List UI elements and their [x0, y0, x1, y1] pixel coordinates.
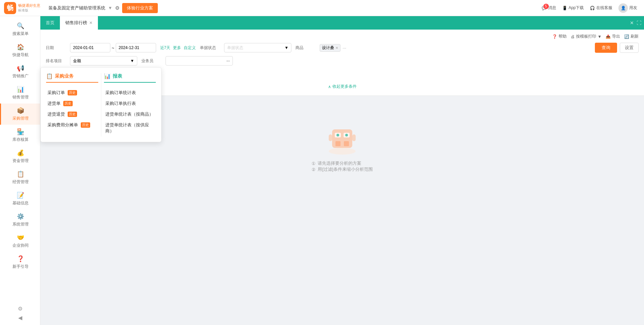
sidebar: 🔍 搜索菜单 🏠 快捷导航 📢 营销推广 📊 销售管理 📦 采购管理 🏪 库存核… [0, 16, 40, 325]
sidebar-label-capital: 资金管理 [12, 158, 29, 164]
mobile-icon: 📱 [562, 6, 567, 10]
sidebar-item-guide[interactable]: ❓ 新手引导 [0, 252, 40, 273]
query-button[interactable]: 查询 [595, 43, 617, 53]
menu-label-purchase-order-exec: 采购订单执行表 [105, 100, 136, 107]
tab-maximize-icon[interactable]: ⛶ [637, 20, 641, 26]
help-label: 帮助 [559, 34, 567, 39]
date-link-7days[interactable]: 近7天 [160, 45, 171, 51]
menu-label-goods-received: 进货单 [47, 100, 61, 107]
menu-item-purchase-order-exec[interactable]: 采购订单执行表 [104, 98, 156, 109]
svg-rect-1 [332, 129, 352, 148]
voucher-status-select[interactable]: 单据状态 ▼ [224, 43, 291, 52]
sidebar-item-capital[interactable]: 💰 资金管理 [0, 146, 40, 167]
user-area[interactable]: 👤 用友 [618, 3, 637, 13]
menu-item-goods-return[interactable]: 进货退货 历史 [46, 109, 98, 120]
system-title: 装备及固定资产辅助管理系统 [48, 5, 105, 11]
sidebar-item-system[interactable]: ⚙️ 系统管理 [0, 209, 40, 231]
app-download-item[interactable]: 📱 App下载 [562, 5, 584, 11]
sidebar-item-sales[interactable]: 📊 销售管理 [0, 82, 40, 104]
system-icon: ⚙️ [17, 213, 24, 220]
tab-home[interactable]: 首页 [40, 16, 60, 30]
logo-area: 畅 畅捷通好生意 标准版 [4, 2, 44, 14]
sidebar-label-quick-nav: 快捷导航 [12, 52, 29, 58]
sidebar-label-search: 搜索菜单 [12, 31, 29, 37]
filter-row-2: 排名项目 金额 ▼ 业务员 ··· [46, 56, 639, 66]
sidebar-label-purchase: 采购管理 [12, 116, 29, 121]
svg-rect-7 [344, 141, 349, 146]
svg-point-9 [345, 134, 348, 136]
system-dropdown-icon[interactable]: ▼ [108, 5, 112, 10]
tab-sales-ranking[interactable]: 销售排行榜 ✕ [60, 16, 98, 30]
tab-close-window-icon[interactable]: ✕ [630, 20, 634, 26]
date-link-more[interactable]: 更多 [173, 45, 181, 51]
empty-hint-1: 请先选择要分析的方案 [318, 160, 361, 166]
sidebar-item-search[interactable]: 🔍 搜索菜单 [0, 19, 40, 40]
date-end-input[interactable] [116, 43, 156, 52]
date-links: 近7天 更多 自定义 [160, 45, 196, 51]
refresh-button[interactable]: 🔄 刷新 [624, 34, 639, 39]
sidebar-label-guide: 新手引导 [12, 264, 29, 270]
tab-sales-ranking-label: 销售排行榜 [65, 20, 87, 26]
print-icon: 🖨 [571, 34, 575, 39]
menu-item-goods-by-product[interactable]: 进货单统计表（按商品） [104, 109, 156, 120]
app-download-label: App下载 [569, 5, 584, 11]
menu-item-purchase-order[interactable]: 采购订单 历史 [46, 87, 98, 98]
menu-item-purchase-expense[interactable]: 采购费用分摊单 历史 [46, 120, 98, 130]
tab-bar-right: ✕ ⛶ [630, 20, 644, 26]
logo-icon: 畅 [4, 2, 16, 14]
help-button[interactable]: ❓ 帮助 [552, 34, 567, 39]
product-tag-close[interactable]: ✕ [335, 46, 338, 50]
sidebar-settings-btn[interactable]: ⚙ [18, 306, 23, 312]
sidebar-item-corp[interactable]: 🤝 企业协同 [0, 231, 40, 252]
rank-dropdown-icon: ▼ [130, 58, 134, 63]
product-more-icon[interactable]: ··· [343, 45, 346, 50]
print-button[interactable]: 🖨 按模板打印 ▼ [571, 34, 602, 39]
export-label: 导出 [612, 34, 620, 39]
trial-button[interactable]: 体验行业方案 [122, 3, 158, 13]
product-tag: 设计桑 ✕ [320, 44, 341, 52]
collapse-arrow-icon: ∧ [328, 84, 331, 89]
popup-divider [101, 73, 101, 136]
svg-point-0 [329, 148, 356, 155]
online-service-item[interactable]: 🎧 在线客服 [590, 5, 612, 11]
salesperson-label: 业务员 [141, 58, 162, 64]
settings-button[interactable]: 设置 [620, 43, 639, 53]
date-link-custom[interactable]: 自定义 [184, 45, 196, 51]
header-system: 装备及固定资产辅助管理系统 ▼ ⚙ 体验行业方案 [44, 3, 542, 13]
menu-item-goods-by-supplier[interactable]: 进货单统计表（按供应商） [104, 120, 156, 136]
svg-rect-6 [335, 141, 341, 146]
user-label: 用友 [629, 5, 637, 11]
salesperson-select[interactable]: ··· [166, 56, 233, 66]
sidebar-item-basic[interactable]: 📝 基础信息 [0, 188, 40, 209]
sidebar-item-marketing[interactable]: 📢 营销推广 [0, 61, 40, 82]
message-item[interactable]: 💬 5 消息 [542, 5, 556, 11]
sidebar-collapse-btn[interactable]: ◀ [18, 315, 22, 321]
logo-text: 畅捷通好生意 [18, 3, 40, 8]
tab-home-label: 首页 [46, 20, 55, 26]
export-button[interactable]: 📤 导出 [606, 34, 620, 39]
sidebar-item-purchase[interactable]: 📦 采购管理 [0, 104, 40, 125]
tab-close-icon[interactable]: ✕ [89, 21, 93, 25]
sidebar-label-marketing: 营销推广 [12, 73, 29, 79]
print-dropdown-icon[interactable]: ▼ [598, 34, 602, 39]
system-gear-icon[interactable]: ⚙ [115, 5, 119, 11]
menu-item-goods-received[interactable]: 进货单 历史 [46, 98, 98, 109]
rank-label: 排名项目 [46, 58, 66, 64]
menu-label-goods-by-product: 进货单统计表（按商品） [105, 111, 153, 117]
sidebar-item-operations[interactable]: 📋 经营管理 [0, 167, 40, 188]
rank-select[interactable]: 金额 ▼ [70, 56, 137, 66]
sidebar-label-inventory: 库存核算 [12, 137, 29, 143]
sidebar-item-inventory[interactable]: 🏪 库存核算 [0, 125, 40, 146]
hist-badge-1: 历史 [63, 101, 73, 106]
logo-sub: 标准版 [18, 8, 40, 13]
hist-badge-0: 历史 [68, 90, 77, 95]
menu-item-purchase-order-stats[interactable]: 采购订单统计表 [104, 87, 156, 98]
operations-icon: 📋 [17, 170, 24, 178]
empty-hint-2: 用[过滤]条件来缩小分析范围 [318, 166, 372, 172]
salesperson-more-icon[interactable]: ··· [226, 58, 230, 63]
date-start-input[interactable] [70, 43, 110, 52]
product-label: 商品 [295, 45, 316, 51]
svg-rect-5 [352, 134, 356, 141]
filter-row-1: 日期 ~ 近7天 更多 自定义 单据状态 单据状态 ▼ 商品 设计桑 ✕ [46, 43, 639, 53]
sidebar-item-quick-nav[interactable]: 🏠 快捷导航 [0, 40, 40, 61]
